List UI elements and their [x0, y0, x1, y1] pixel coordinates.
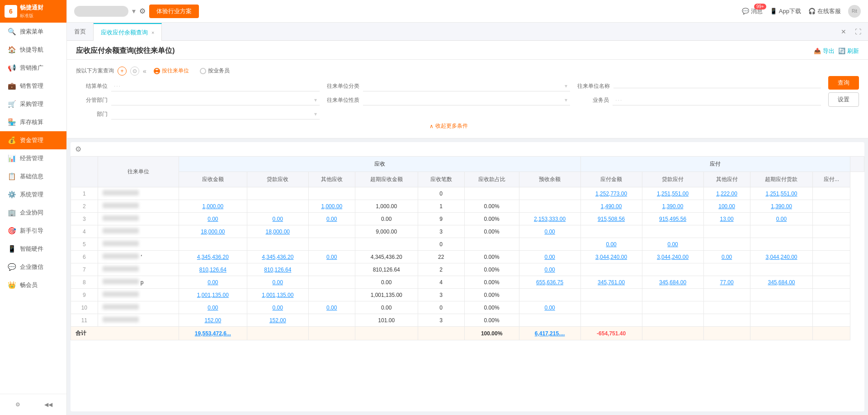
scheme-settings-button[interactable]: ⊙	[130, 67, 139, 76]
table-cell[interactable]: 0.00	[308, 301, 355, 314]
sidebar-item-enterprise[interactable]: 🏢 企业协同	[0, 204, 66, 222]
footer-receivable-amount[interactable]: 19,553,472,6...	[179, 327, 247, 340]
sidebar-item-inventory[interactable]: 🏪 库存核算	[0, 113, 66, 131]
table-cell[interactable]: 0.00	[580, 238, 642, 251]
sidebar-item-wechat[interactable]: 💬 企业微信	[0, 258, 66, 276]
sidebar-item-finance[interactable]: 💰 资金管理	[0, 131, 66, 149]
table-cell[interactable]: 1,001,135.00	[247, 289, 308, 301]
table-cell[interactable]: 100.00	[703, 200, 750, 213]
sidebar-settings-button[interactable]: ⚙	[5, 399, 32, 410]
collapse-more-button[interactable]: ∧ 收起更多条件	[76, 119, 821, 133]
table-cell[interactable]: 0.00	[179, 276, 247, 289]
table-cell[interactable]: 810,126.64	[179, 263, 247, 276]
partner-name-input[interactable]	[613, 84, 821, 88]
table-cell[interactable]: 1,000.00	[179, 200, 247, 213]
table-cell[interactable]: 18,000.00	[247, 225, 308, 238]
settlement-unit-input[interactable]: ···	[111, 81, 320, 91]
table-cell[interactable]: 0.00	[308, 251, 355, 263]
table-cell[interactable]: 915,508.56	[580, 213, 642, 225]
table-cell[interactable]: 1,251,551.00	[642, 187, 703, 200]
table-cell[interactable]: 1,390.00	[642, 200, 703, 213]
search-by-partner-option[interactable]: 按往来单位	[150, 65, 193, 76]
table-cell[interactable]: 0.00	[519, 263, 580, 276]
table-cell[interactable]: 1,000.00	[308, 200, 355, 213]
tab-close-button[interactable]: ×	[151, 30, 154, 35]
table-cell[interactable]: 0.00	[703, 251, 750, 263]
table-cell[interactable]: 0.00	[642, 238, 703, 251]
table-cell[interactable]: 0.00	[519, 251, 580, 263]
query-button[interactable]: 查询	[828, 76, 859, 90]
app-download-button[interactable]: 📱 App下载	[770, 7, 801, 15]
header-settings-button[interactable]: ⚙	[139, 7, 146, 15]
table-container[interactable]: 往来单位 应收 应付 应收金额 贷款应收 其他应收 超期应收金额 应收笔数	[71, 156, 864, 411]
sidebar-item-marketing[interactable]: 📢 营销推广	[0, 59, 66, 77]
tab-home[interactable]: 首页	[67, 23, 94, 41]
table-settings-icon[interactable]: ⚙	[75, 145, 81, 153]
tab-receivable-query[interactable]: 应收应付余额查询 ×	[94, 23, 162, 41]
table-cell[interactable]: 1,001,135.00	[179, 289, 247, 301]
sidebar-item-guide[interactable]: 🎯 新手引导	[0, 222, 66, 240]
sidebar-item-sales[interactable]: 💼 销售管理	[0, 77, 66, 95]
footer-prepaid-balance[interactable]: 6,417,215....	[519, 327, 580, 340]
table-cell[interactable]: 1,490.00	[580, 200, 642, 213]
table-cell[interactable]: 2,153,333.00	[519, 213, 580, 225]
table-cell[interactable]: 345,684.00	[642, 276, 703, 289]
table-cell[interactable]: 152.00	[179, 314, 247, 327]
promotion-button[interactable]: 体验行业方案	[149, 5, 199, 18]
sub-dept-input[interactable]: ▾	[111, 109, 320, 119]
table-cell[interactable]: 0.00	[750, 213, 813, 225]
table-cell[interactable]: 0.00	[519, 301, 580, 314]
user-profile-button[interactable]: Rit	[848, 5, 861, 18]
window-expand-button[interactable]: ⛶	[852, 25, 864, 38]
table-cell[interactable]: 0.00	[247, 213, 308, 225]
table-cell[interactable]: 77.00	[703, 276, 750, 289]
table-cell[interactable]: 1,390.00	[750, 200, 813, 213]
online-service-button[interactable]: 🎧 在线客服	[808, 7, 841, 15]
table-cell[interactable]: 345,684.00	[750, 276, 813, 289]
table-cell[interactable]: 0.00	[179, 301, 247, 314]
sidebar-item-system[interactable]: ⚙️ 系统管理	[0, 186, 66, 204]
table-cell[interactable]: 3,044,240.00	[580, 251, 642, 263]
table-cell[interactable]: 810,126.64	[247, 263, 308, 276]
add-scheme-button[interactable]: +	[118, 67, 127, 76]
table-cell[interactable]: 1,251,551.00	[750, 187, 813, 200]
table-cell[interactable]: 1,222.00	[703, 187, 750, 200]
table-cell[interactable]: 3,044,240.00	[750, 251, 813, 263]
window-close-button[interactable]: ✕	[837, 25, 850, 38]
sidebar-item-purchase[interactable]: 🛒 采购管理	[0, 95, 66, 113]
sidebar-collapse-button[interactable]: ◀◀	[35, 399, 62, 410]
sidebar-item-quick-nav[interactable]: 🏠 快捷导航	[0, 41, 66, 59]
table-cell[interactable]: 655,636.75	[519, 276, 580, 289]
partner-nature-input[interactable]: ▾	[363, 95, 571, 105]
table-cell[interactable]: 0.00	[179, 213, 247, 225]
table-cell[interactable]: 13.00	[703, 213, 750, 225]
partner-category-input[interactable]: ▾	[363, 81, 571, 91]
export-button[interactable]: 📤 导出	[814, 47, 835, 55]
dept-input[interactable]: ▾	[111, 95, 320, 105]
table-cell[interactable]: 152.00	[247, 314, 308, 327]
sidebar-item-smart-hw[interactable]: 📱 智能硬件	[0, 240, 66, 258]
refresh-button[interactable]: 🔄 刷新	[838, 47, 859, 55]
sidebar-item-basic-info[interactable]: 📋 基础信息	[0, 167, 66, 186]
nav-dropdown-button[interactable]: ▾	[132, 7, 136, 15]
search-by-salesperson-option[interactable]: 按业务员	[196, 65, 233, 76]
table-cell[interactable]: 4,345,436.20	[247, 251, 308, 263]
table-cell: 3	[418, 314, 464, 327]
sidebar-item-search-menu[interactable]: 🔍 搜索菜单	[0, 23, 66, 41]
scheme-collapse-button[interactable]: «	[143, 67, 146, 75]
messages-button[interactable]: 💬 消息 99+	[742, 7, 763, 15]
sidebar-item-operation[interactable]: 📊 经营管理	[0, 149, 66, 167]
table-cell[interactable]: 0.00	[247, 276, 308, 289]
table-cell[interactable]: 18,000.00	[179, 225, 247, 238]
table-cell[interactable]: 0.00	[247, 301, 308, 314]
table-cell[interactable]: 0.00	[308, 213, 355, 225]
table-cell[interactable]: 1,252,773.00	[580, 187, 642, 200]
salesperson-input[interactable]: ···	[613, 95, 821, 105]
table-cell[interactable]: 915,495.56	[642, 213, 703, 225]
setup-button[interactable]: 设置	[828, 92, 859, 107]
table-cell[interactable]: 0.00	[519, 225, 580, 238]
table-cell[interactable]: 4,345,436.20	[179, 251, 247, 263]
table-cell[interactable]: 345,761.00	[580, 276, 642, 289]
sidebar-item-member[interactable]: 👑 畅会员	[0, 276, 66, 294]
table-cell[interactable]: 3,044,240.00	[642, 251, 703, 263]
